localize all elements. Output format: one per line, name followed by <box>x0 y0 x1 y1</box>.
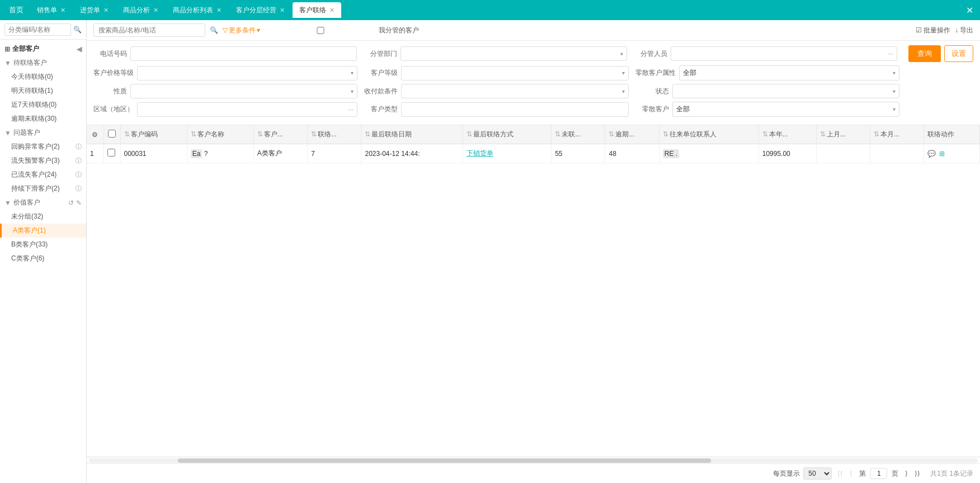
sidebar-group-value: ▼ 价值客户 ↺ ✎ <box>0 196 86 210</box>
retail-attr-dropdown[interactable]: 全部 ▾ <box>679 65 899 80</box>
tab-close-analysis-list[interactable]: ✕ <box>216 7 222 14</box>
tab-close-sales[interactable]: ✕ <box>60 7 65 14</box>
export-button[interactable]: ↓ 导出 <box>955 26 973 35</box>
th-last-type[interactable]: ⇅最后联络方式 <box>463 125 551 144</box>
edit-icon[interactable]: ✎ <box>76 199 82 207</box>
search-button[interactable]: 🔍 <box>210 26 218 34</box>
last-contact-type-link[interactable]: 下销货单 <box>467 149 493 157</box>
my-customers-checkbox[interactable]: 我分管的客户 <box>265 26 419 35</box>
th-no-contact[interactable]: ⇅未联... <box>552 125 605 144</box>
filter-price-level: 客户价格等级 ▾ <box>93 66 364 80</box>
page-size-select[interactable]: 50 100 200 <box>803 467 832 480</box>
th-contact-person[interactable]: ⇅往来单位联系人 <box>659 125 758 144</box>
tab-close-customer-contact[interactable]: ✕ <box>329 7 334 14</box>
payment-dropdown[interactable]: ▾ <box>401 84 628 98</box>
sidebar-item-today[interactable]: 今天待联络(0) <box>0 70 86 84</box>
th-contact-count[interactable]: ⇅联络... <box>308 125 361 144</box>
person-dots: ··· <box>888 50 893 58</box>
th-overdue[interactable]: ⇅逾期... <box>605 125 659 144</box>
sidebar-item-churn-warning[interactable]: 流失预警客户(3) ⓘ <box>0 154 86 168</box>
tab-sales[interactable]: 销售单 ✕ <box>30 2 72 18</box>
batch-op-button[interactable]: ☑ 批量操作 <box>916 26 950 35</box>
th-last-month[interactable]: ⇅上月... <box>816 125 870 144</box>
price-level-label: 客户价格等级 <box>93 68 134 78</box>
filter-icon: ▽ <box>223 26 228 34</box>
row-checkbox[interactable] <box>107 149 115 157</box>
sort-this-year: ⇅ <box>762 130 768 138</box>
query-button[interactable]: 查询 <box>908 45 941 62</box>
sidebar-search-input[interactable] <box>4 23 71 36</box>
window-close-button[interactable]: ✕ <box>962 5 978 16</box>
select-all-checkbox[interactable] <box>108 130 116 138</box>
sidebar-item-b-class[interactable]: B类客户(33) <box>0 238 86 252</box>
region-label: 区域（地区） <box>93 105 134 114</box>
next-page-button[interactable]: ⟩ <box>903 468 910 479</box>
sidebar-item-overdue[interactable]: 逾期未联络(30) <box>0 112 86 126</box>
status-dropdown[interactable]: ▾ <box>672 84 899 98</box>
td-overdue: 48 <box>605 144 659 163</box>
td-checkbox <box>103 144 120 163</box>
sort-code: ⇅ <box>124 130 130 138</box>
last-page-button[interactable]: ⟩⟩ <box>912 468 922 479</box>
sidebar-item-a-class[interactable]: A类客户(1) <box>0 224 86 238</box>
grid-icon: ⊞ <box>4 45 10 53</box>
th-this-year[interactable]: ⇅本年... <box>758 125 816 144</box>
customer-level-dropdown[interactable]: ▾ <box>401 66 628 80</box>
th-name[interactable]: ⇅客户名称 <box>187 125 253 144</box>
more-filters-button[interactable]: ▽ 更多条件 ▾ <box>223 26 260 35</box>
tab-home[interactable]: 首页 <box>2 5 30 15</box>
prev-page-button[interactable]: ⟨ <box>847 468 855 479</box>
tab-purchase[interactable]: 进货单 ✕ <box>73 2 115 18</box>
sidebar-item-tomorrow[interactable]: 明天待联络(1) <box>0 84 86 98</box>
tab-customer-contact[interactable]: 客户联络 ✕ <box>293 2 341 18</box>
sort-this-month: ⇅ <box>874 130 879 138</box>
nature-dropdown[interactable]: ▾ <box>130 84 357 98</box>
chat-icon[interactable]: 💬 <box>927 150 936 158</box>
scrollbar-track[interactable] <box>89 458 978 463</box>
sidebar-item-c-class[interactable]: C类客户(6) <box>0 252 86 266</box>
tab-close-customer-tier[interactable]: ✕ <box>280 7 285 14</box>
filter-phone: 电话号码 <box>93 46 364 61</box>
dept-dropdown[interactable]: ▾ <box>401 46 627 61</box>
tab-analysis-list[interactable]: 商品分析列表 ✕ <box>166 2 228 18</box>
tab-close-analysis[interactable]: ✕ <box>153 7 158 14</box>
set-button[interactable]: 设置 <box>944 45 973 62</box>
sidebar-item-declining[interactable]: 持续下滑客户(2) ⓘ <box>0 182 86 196</box>
customer-type-input[interactable] <box>401 102 628 117</box>
qr-icon[interactable]: ⊞ <box>939 150 945 158</box>
phone-input[interactable] <box>130 46 357 61</box>
th-settings[interactable]: ⚙ <box>87 125 103 144</box>
sidebar-item-churned[interactable]: 已流失客户(24) ⓘ <box>0 168 86 182</box>
tab-customer-tier[interactable]: 客户分层经营 ✕ <box>229 2 291 18</box>
refresh-icon[interactable]: ↺ <box>68 199 74 207</box>
sort-overdue: ⇅ <box>609 130 614 138</box>
tab-close-purchase[interactable]: ✕ <box>103 7 109 14</box>
sidebar-item-week[interactable]: 近7天待联络(0) <box>0 98 86 112</box>
region-dots: ··· <box>348 106 354 113</box>
horizontal-scrollbar[interactable] <box>87 457 980 463</box>
th-checkbox <box>103 125 120 144</box>
th-level[interactable]: ⇅客户... <box>253 125 307 144</box>
scrollbar-thumb[interactable] <box>178 458 711 463</box>
first-page-button[interactable]: ⟨⟨ <box>835 468 845 479</box>
filter-person: 分管人员 ··· <box>634 46 904 61</box>
nature-label: 性质 <box>93 87 127 96</box>
th-this-month[interactable]: ⇅本月... <box>870 125 924 144</box>
price-level-dropdown[interactable]: ▾ <box>137 66 357 80</box>
sidebar-item-unclassified[interactable]: 未分组(32) <box>0 210 86 224</box>
tab-analysis[interactable]: 商品分析 ✕ <box>116 2 165 18</box>
th-last-date[interactable]: ⇅最后联络日期 <box>361 125 463 144</box>
region-input[interactable]: ··· <box>137 102 357 117</box>
person-input[interactable]: ··· <box>671 46 897 61</box>
customer-table-wrapper: ⚙ ⇅客户编码 ⇅客户名称 ⇅客户... ⇅联络... ⇅最后联络日期 ⇅最后联… <box>87 125 980 457</box>
sidebar-search-icon[interactable]: 🔍 <box>73 26 82 34</box>
sidebar-group-pending: ▼ 待联络客户 <box>0 56 86 70</box>
th-code[interactable]: ⇅客户编码 <box>120 125 187 144</box>
my-customers-check-input[interactable] <box>265 27 376 34</box>
table-row: 1 000031 Ea ? A类客户 7 2023-04-12 14:44: 下… <box>87 144 980 163</box>
search-input[interactable] <box>93 23 205 37</box>
sidebar-collapse-icon[interactable]: ◀ <box>77 45 82 53</box>
page-number-input[interactable] <box>870 468 887 479</box>
sidebar-item-repurchase-abnormal[interactable]: 回购异常客户(2) ⓘ <box>0 140 86 154</box>
retail-customer-dropdown[interactable]: 全部 ▾ <box>672 102 899 117</box>
